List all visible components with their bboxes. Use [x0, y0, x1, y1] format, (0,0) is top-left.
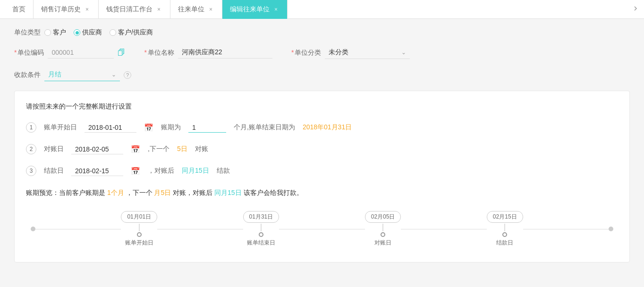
card-title: 请按照未来的一个完整帐期进行设置 [26, 102, 618, 111]
tab-related-units-close[interactable]: × [207, 5, 214, 14]
unit-name-field: *单位名称 [144, 47, 272, 59]
timeline-node-1-line [139, 224, 140, 231]
tab-edit-unit-close[interactable]: × [272, 5, 280, 14]
unit-code-input[interactable] [48, 47, 114, 59]
timeline-node-3: 02月05日 对账日 [365, 211, 401, 247]
timeline-node-3-label: 对账日 [374, 239, 391, 247]
radio-supplier[interactable]: 供应商 [74, 28, 102, 37]
preview-4: 月5日 [154, 189, 171, 196]
timeline-line-3 [279, 229, 364, 230]
step-1-period-unit: 个月,账单结束日期为 [234, 123, 295, 132]
card-box: 请按照未来的一个完整帐期进行设置 1 账单开始日 📅 账期为 个月,账单结束日期… [14, 91, 630, 262]
payment-select[interactable]: 月结 ⌄ [44, 68, 120, 81]
chevron-right-icon [632, 5, 639, 12]
tab-chevron[interactable] [632, 5, 639, 14]
step-3-suffix: 结款 [217, 167, 230, 175]
step-1-period-input[interactable] [188, 123, 226, 133]
tab-cash-work[interactable]: 钱货日清工作台 × [99, 0, 170, 19]
payment-chevron: ⌄ [111, 71, 116, 78]
step-3-calendar-icon[interactable]: 📅 [131, 167, 140, 176]
radio-customer[interactable]: 客户 [44, 28, 66, 37]
timeline-start-dot [31, 227, 35, 231]
step-3-suffix-prefix: ，对账后 [148, 167, 174, 175]
timeline-node-3-line [382, 224, 383, 231]
radio-customer-label: 客户 [53, 28, 66, 37]
timeline-node-2-dot [259, 232, 263, 237]
tab-home-label: 首页 [12, 5, 25, 14]
step-1-num: 1 [26, 122, 36, 133]
step-2-suffix-highlight: 5日 [177, 145, 187, 153]
unit-category-value: 未分类 [329, 48, 348, 57]
unit-type-field: 单位类型 客户 供应商 客户/供应商 [14, 28, 153, 37]
timeline-line-5 [523, 229, 609, 230]
radio-group: 客户 供应商 客户/供应商 [44, 28, 153, 37]
preview-6: 同月15日 [214, 189, 242, 196]
step-2-suffix-prefix: ,下一个 [148, 145, 169, 153]
preview-2: ，下一个 [126, 189, 153, 196]
tab-edit-unit[interactable]: 编辑往来单位 × [222, 0, 288, 19]
radio-supplier-label: 供应商 [82, 28, 102, 37]
tab-sales-history-close[interactable]: × [84, 5, 91, 14]
payment-row: 收款条件 月结 ⌄ ? [14, 68, 630, 81]
preview-7: 该客户会给我打款。 [244, 189, 303, 196]
timeline-node-4-date: 02月15日 [487, 211, 523, 223]
tab-cash-work-close[interactable]: × [155, 5, 162, 14]
unit-category-chevron: ⌄ [401, 49, 406, 56]
unit-type-row: 单位类型 客户 供应商 客户/供应商 [14, 28, 630, 37]
required-star-code: * [14, 49, 17, 56]
step-2-suffix: 对账 [195, 145, 208, 153]
timeline-line-4 [401, 229, 486, 230]
timeline-node-1-dot [137, 232, 142, 237]
form-row-2: *单位编码 🗍 *单位名称 *单位分类 未分类 ⌄ [14, 46, 630, 59]
step-1-date-input[interactable] [85, 123, 136, 133]
timeline-line-1 [35, 229, 121, 230]
step-2-calendar-icon[interactable]: 📅 [131, 145, 140, 154]
step-3-num: 3 [26, 166, 36, 176]
timeline-node-3-dot [381, 232, 385, 237]
tab-related-units[interactable]: 往来单位 × [170, 0, 222, 19]
tab-edit-unit-label: 编辑往来单位 [230, 5, 270, 14]
timeline-node-2-date: 01月31日 [243, 211, 280, 223]
radio-both[interactable]: 客户/供应商 [110, 28, 153, 37]
tab-cash-work-label: 钱货日清工作台 [106, 5, 153, 14]
step-3-row: 3 结款日 📅 ，对账后同月15日结款 [26, 166, 618, 176]
unit-name-input[interactable] [178, 47, 272, 59]
step-2-label: 对账日 [44, 145, 64, 153]
timeline: 01月01日 账单开始日 01月31日 账单结束日 02月05日 对账日 [26, 211, 618, 247]
unit-name-label: *单位名称 [144, 49, 174, 57]
tab-sales-history[interactable]: 销售订单历史 × [34, 0, 99, 19]
timeline-node-1-label: 账单开始日 [125, 239, 153, 247]
tab-home[interactable]: 首页 [5, 0, 34, 19]
timeline-node-3-date: 02月05日 [365, 211, 401, 223]
required-star-name: * [144, 49, 146, 56]
payment-value: 月结 [48, 70, 61, 79]
step-3-label: 结款日 [44, 167, 64, 175]
required-star-cat: * [291, 49, 294, 56]
step-1-period-highlight: 2018年01月31日 [303, 123, 352, 132]
radio-customer-circle [44, 29, 51, 36]
timeline-node-1: 01月01日 账单开始日 [121, 211, 157, 247]
step-1-period-label: 账期为 [161, 123, 181, 132]
unit-code-label: *单位编码 [14, 49, 44, 57]
payment-label: 收款条件 [14, 71, 41, 79]
payment-field: 收款条件 月结 ⌄ ? [14, 68, 131, 81]
timeline-node-2-label: 账单结束日 [247, 239, 275, 247]
timeline-node-1-date: 01月01日 [121, 211, 157, 223]
unit-category-select[interactable]: 未分类 ⌄ [325, 46, 410, 59]
timeline-node-4-label: 结款日 [496, 239, 513, 247]
step-3-date-input[interactable] [71, 166, 123, 176]
step-2-date-input[interactable] [71, 144, 123, 154]
radio-both-circle [110, 29, 116, 36]
timeline-end-dot [609, 227, 613, 231]
timeline-node-2: 01月31日 账单结束日 [243, 211, 280, 247]
help-icon[interactable]: ? [124, 71, 131, 79]
copy-icon[interactable]: 🗍 [118, 49, 125, 57]
radio-both-label: 客户/供应商 [118, 28, 153, 37]
main-content: 单位类型 客户 供应商 客户/供应商 *单位编码 [0, 19, 644, 287]
step-1-label: 账单开始日 [44, 123, 77, 132]
step-1-calendar-icon[interactable]: 📅 [144, 123, 153, 132]
preview-text: 账期预览：当前客户账期是 1个月 ，下一个 月5日 对账，对账后 同月15日 该… [26, 187, 618, 198]
preview-1: 1个月 [107, 189, 124, 196]
timeline-node-4-line [504, 224, 505, 231]
step-2-row: 2 对账日 📅 ,下一个5日对账 [26, 144, 618, 154]
